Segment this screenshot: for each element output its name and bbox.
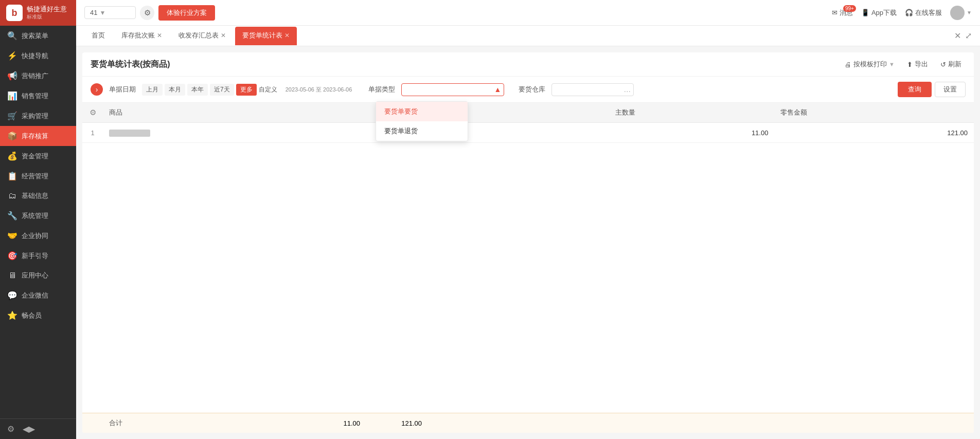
tabs-bar: 首页 库存批次账 ✕ 收发存汇总表 ✕ 要货单统计表 ✕ ✕ ⤢ (76, 26, 980, 46)
sidebar-item-system[interactable]: 🔧 系统管理 (0, 206, 76, 226)
dropdown-item-requisition-return[interactable]: 要货单退货 (376, 121, 468, 141)
sidebar-item-finance[interactable]: 💰 资金管理 (0, 146, 76, 166)
inventory-icon: 📦 (7, 131, 17, 141)
tab-home-label: 首页 (92, 31, 105, 40)
tab-receive-summary-close[interactable]: ✕ (221, 32, 226, 39)
close-all-tabs-button[interactable]: ✕ (954, 31, 961, 41)
topbar-right: ✉ 消息 99+ 📱 App下载 🎧 在线客服 ▼ (832, 6, 972, 20)
footer-amount: 121.00 (366, 419, 428, 427)
store-selector[interactable]: 41 ▼ (84, 6, 136, 19)
app-download-button[interactable]: 📱 App下载 (861, 8, 897, 17)
avatar-image (950, 6, 965, 20)
last-7-days-button[interactable]: 近7天 (210, 84, 234, 96)
sidebar-item-sales[interactable]: 📊 销售管理 (0, 86, 76, 106)
sidebar-item-basic[interactable]: 🗂 基础信息 (0, 186, 76, 206)
collapse-icon[interactable]: ◀▶ (23, 424, 35, 434)
prev-month-button[interactable]: 上月 (142, 84, 163, 96)
export-icon: ⬆ (907, 61, 913, 68)
warehouse-label: 要货仓库 (519, 85, 545, 94)
table-header-row: ⚙ 商品 主计量单位 主数量 零售金额 (82, 103, 974, 123)
this-month-button[interactable]: 本月 (165, 84, 185, 96)
th-product: 商品 (103, 103, 376, 123)
sidebar-item-guide[interactable]: 🎯 新手引导 (0, 246, 76, 266)
sidebar-item-label-basic: 基础信息 (22, 191, 48, 200)
query-button[interactable]: 查询 (898, 82, 932, 97)
export-button[interactable]: ⬆ 导出 (903, 58, 932, 71)
date-label: 单据日期 (109, 85, 136, 94)
sidebar-item-purchase[interactable]: 🛒 采购管理 (0, 106, 76, 126)
th-amount: 零售金额 (774, 103, 974, 123)
type-dropdown: 要货单要货 要货单退货 (376, 101, 468, 141)
print-label: 按模板打印 (853, 60, 887, 69)
type-arrow-icon[interactable]: ▲ (494, 85, 501, 94)
sidebar-item-label-finance: 资金管理 (22, 152, 48, 161)
sidebar-item-label-purchase: 采购管理 (22, 112, 48, 121)
tab-inventory-batch[interactable]: 库存批次账 ✕ (114, 27, 169, 45)
online-service-button[interactable]: 🎧 在线客服 (905, 8, 942, 17)
type-label: 单据类型 (368, 85, 395, 94)
sidebar-item-label-sales: 销售管理 (22, 92, 48, 101)
th-qty: 主数量 (609, 103, 774, 123)
sidebar-item-label-inventory: 库存核算 (22, 132, 48, 141)
tab-requisition-stat-label: 要货单统计表 (242, 31, 282, 40)
app-name-block: 畅捷通好生意 标准版 (27, 5, 67, 21)
trial-button[interactable]: 体验行业方案 (158, 5, 215, 21)
warehouse-input-wrap: … (551, 83, 634, 96)
wechat-icon: 💬 (7, 290, 17, 300)
tab-inventory-batch-close[interactable]: ✕ (157, 32, 162, 39)
custom-date-button[interactable]: 自定义 (259, 85, 277, 94)
more-dates-button[interactable]: 更多 (236, 84, 257, 96)
th-gear[interactable]: ⚙ (82, 103, 103, 123)
print-icon: 🖨 (845, 61, 851, 68)
set-button[interactable]: 设置 (935, 82, 966, 97)
column-settings-icon[interactable]: ⚙ (90, 108, 96, 117)
sidebar-item-inventory[interactable]: 📦 库存核算 (0, 126, 76, 146)
headset-icon: 🎧 (905, 9, 913, 16)
page-panel: 要货单统计表(按商品) 🖨 按模板打印 ▼ ⬆ 导出 ↺ 刷新 (82, 52, 974, 433)
sidebar-item-wechat[interactable]: 💬 企业微信 (0, 285, 76, 305)
sidebar-item-search[interactable]: 🔍 搜索菜单 (0, 26, 76, 46)
refresh-icon: ↺ (940, 61, 946, 68)
sidebar-item-label-guide: 新手引导 (22, 251, 48, 261)
page-actions: 🖨 按模板打印 ▼ ⬆ 导出 ↺ 刷新 (841, 58, 966, 71)
guide-icon: 🎯 (7, 251, 17, 261)
sidebar-item-label-wechat: 企业微信 (22, 291, 48, 300)
sidebar-item-label-app-center: 应用中心 (22, 271, 48, 280)
purchase-icon: 🛒 (7, 111, 17, 121)
sidebar-item-member[interactable]: ⭐ 畅会员 (0, 305, 76, 325)
tab-requisition-stat[interactable]: 要货单统计表 ✕ (235, 27, 297, 45)
sales-icon: 📊 (7, 91, 17, 101)
sidebar-item-app-center[interactable]: 🖥 应用中心 (0, 266, 76, 285)
app-center-icon: 🖥 (7, 271, 17, 280)
warehouse-more-icon[interactable]: … (623, 85, 631, 94)
message-icon: ✉ (832, 9, 838, 16)
sidebar-item-operations[interactable]: 📋 经营管理 (0, 166, 76, 186)
refresh-button[interactable]: ↺ 刷新 (936, 58, 966, 71)
warehouse-input[interactable] (551, 83, 634, 96)
dropdown-item-requisition-order[interactable]: 要货单要货 (376, 102, 468, 121)
basic-icon: 🗂 (7, 191, 17, 200)
sidebar-item-label-system: 系统管理 (22, 211, 48, 221)
maximize-button[interactable]: ⤢ (965, 31, 972, 41)
topbar: 41 ▼ ⚙ 体验行业方案 ✉ 消息 99+ 📱 App下载 🎧 在线客服 (76, 0, 980, 26)
type-input[interactable] (401, 83, 504, 96)
sidebar-item-marketing[interactable]: 📢 营销推广 (0, 66, 76, 86)
tab-home[interactable]: 首页 (84, 27, 112, 45)
tab-requisition-stat-close[interactable]: ✕ (284, 32, 290, 39)
sidebar-item-shortcut[interactable]: ⚡ 快捷导航 (0, 46, 76, 66)
tab-receive-summary[interactable]: 收发存汇总表 ✕ (171, 27, 233, 45)
dropdown-arrow-icon: ▼ (99, 9, 105, 16)
topbar-gear-button[interactable]: ⚙ (140, 6, 154, 20)
settings-icon[interactable]: ⚙ (7, 424, 14, 434)
sidebar-scroll: 🔍 搜索菜单 ⚡ 快捷导航 📢 营销推广 📊 销售管理 🛒 采购管理 📦 库存核… (0, 26, 76, 418)
user-avatar[interactable]: ▼ (950, 6, 972, 20)
message-button[interactable]: ✉ 消息 99+ (832, 8, 853, 17)
data-table: ⚙ 商品 主计量单位 主数量 零售金额 1 (82, 103, 974, 143)
filter-expand-button[interactable]: › (91, 83, 103, 96)
footer-qty: 11.00 (305, 419, 366, 427)
sidebar-item-cooperation[interactable]: 🤝 企业协同 (0, 226, 76, 246)
cell-product (103, 123, 376, 143)
print-button[interactable]: 🖨 按模板打印 ▼ (841, 58, 899, 71)
filter-bar: › 单据日期 上月 本月 本年 近7天 更多 自定义 2023-05-06 至 … (82, 77, 974, 103)
this-year-button[interactable]: 本年 (187, 84, 208, 96)
